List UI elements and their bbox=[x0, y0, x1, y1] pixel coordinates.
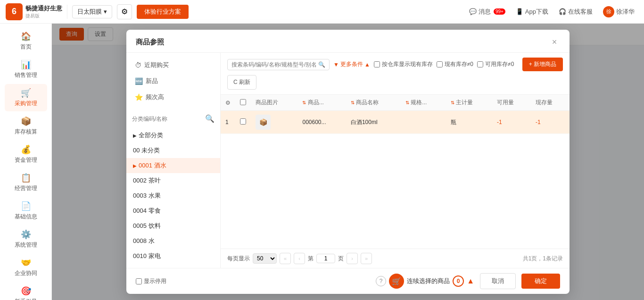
product-table-wrap: ⚙ 商品图片 ⇅ 商品... bbox=[221, 95, 570, 249]
category-all[interactable]: ▶ 全部分类 bbox=[126, 128, 220, 143]
nav-store-dropdown[interactable]: 日太阳膜 ▾ bbox=[72, 5, 112, 18]
next-page-btn[interactable]: › bbox=[347, 253, 358, 264]
recent-icon: ⏱ bbox=[135, 61, 141, 69]
category-0002[interactable]: 0002 茶叶 bbox=[126, 173, 220, 188]
page-number-input[interactable] bbox=[316, 254, 335, 263]
sidebar-item-finance[interactable]: 💰 资金管理 bbox=[5, 141, 47, 168]
product-search-box: 🔍 bbox=[227, 59, 330, 70]
col-code[interactable]: ⇅ 商品... bbox=[297, 95, 346, 111]
modal-overlay: 商品参照 × ⏱ 近期购买 🆕 bbox=[52, 24, 644, 300]
category-0004[interactable]: 0004 零食 bbox=[126, 203, 220, 218]
col-name[interactable]: ⇅ 商品名称 bbox=[346, 95, 401, 111]
checkbox-current-stock[interactable]: 现有库存≠0 bbox=[437, 60, 473, 68]
help-icon[interactable]: ? bbox=[376, 276, 386, 286]
col-spec[interactable]: ⇅ 规格... bbox=[401, 95, 446, 111]
select-all-checkbox[interactable] bbox=[240, 99, 246, 105]
disabled-checkbox[interactable] bbox=[136, 278, 142, 284]
col-unit[interactable]: ⇅ 主计量 bbox=[446, 95, 493, 111]
col-stock: 现存量 bbox=[531, 95, 570, 111]
category-0001[interactable]: ▶ 0001 酒水 bbox=[126, 158, 220, 173]
col-available: 可用量 bbox=[492, 95, 531, 111]
settings-icon[interactable]: ⚙ bbox=[117, 4, 132, 19]
sidebar-item-system[interactable]: ⚙️ 系统管理 bbox=[5, 225, 47, 253]
search-icon[interactable]: 🔍 bbox=[205, 114, 215, 123]
logo-area: 6 畅捷通好生意 捷易版 bbox=[6, 3, 62, 20]
expand-arrow-icon: ▶ bbox=[133, 133, 137, 138]
row-spec bbox=[401, 111, 446, 134]
confirm-btn[interactable]: 确定 bbox=[521, 274, 560, 289]
trial-btn[interactable]: 体验行业方案 bbox=[137, 5, 189, 19]
row-select-checkbox[interactable] bbox=[240, 118, 246, 125]
add-product-btn[interactable]: + 新增商品 bbox=[522, 58, 563, 71]
modal-left-panel: ⏱ 近期购买 🆕 新品 ⭐ 频次高 bbox=[126, 53, 221, 268]
message-icon: 💬 bbox=[469, 8, 477, 15]
cart-area: ? 🛒 连续选择的商品 0 ▲ bbox=[376, 274, 474, 289]
pagination-bar: 每页显示 50 100 « ‹ 第 页 › » 共 bbox=[221, 249, 570, 268]
show-disabled-checkbox[interactable]: 显示停用 bbox=[136, 277, 166, 285]
main-content: 查询 设置 商品参照 × ⏱ bbox=[52, 24, 644, 300]
prev-page-btn[interactable]: ‹ bbox=[294, 253, 305, 264]
cart-btn[interactable]: 🛒 bbox=[389, 274, 404, 289]
category-0010[interactable]: 0010 家电 bbox=[126, 249, 220, 264]
tab-new-products[interactable]: 🆕 新品 bbox=[130, 74, 216, 89]
modal-body: ⏱ 近期购买 🆕 新品 ⭐ 频次高 bbox=[126, 53, 570, 268]
tab-recent-purchase[interactable]: ⏱ 近期购买 bbox=[130, 58, 216, 73]
col-checkbox[interactable] bbox=[235, 95, 251, 111]
page-unit: 页 bbox=[338, 255, 344, 263]
app-download-btn[interactable]: 📱 App下载 bbox=[512, 6, 552, 18]
avatar: 徐 bbox=[603, 6, 614, 17]
sidebar-item-guide[interactable]: 🎯 新手引导 bbox=[5, 282, 47, 300]
sidebar-item-operations[interactable]: 📋 经营管理 bbox=[5, 169, 47, 196]
table-header-row: ⚙ 商品图片 ⇅ 商品... bbox=[221, 95, 570, 111]
sidebar-item-basic-info[interactable]: 📄 基础信息 bbox=[5, 197, 47, 225]
modal-close-btn[interactable]: × bbox=[549, 36, 560, 48]
purchase-icon: 🛒 bbox=[21, 88, 31, 98]
category-0003[interactable]: 0003 水果 bbox=[126, 188, 220, 203]
category-0008[interactable]: 0008 水 bbox=[126, 233, 220, 249]
product-table: ⚙ 商品图片 ⇅ 商品... bbox=[221, 95, 570, 134]
new-icon: 🆕 bbox=[135, 77, 143, 85]
first-page-btn[interactable]: « bbox=[280, 253, 291, 264]
sidebar-item-purchase[interactable]: 🛒 采购管理 bbox=[5, 84, 47, 111]
col-settings[interactable]: ⚙ bbox=[221, 95, 235, 111]
cancel-btn[interactable]: 取消 bbox=[480, 273, 516, 289]
product-search-input[interactable] bbox=[231, 61, 316, 68]
search-icon[interactable]: 🔍 bbox=[318, 61, 325, 68]
user-btn[interactable]: 徐 徐泽华 bbox=[599, 4, 638, 19]
refresh-btn[interactable]: C 刷新 bbox=[227, 75, 256, 90]
online-service-btn[interactable]: 🎧 在线客服 bbox=[555, 6, 596, 18]
sidebar-item-inventory[interactable]: 📦 库存核算 bbox=[5, 112, 47, 140]
available-stock-checkbox[interactable] bbox=[477, 61, 483, 67]
row-checkbox[interactable] bbox=[235, 111, 251, 134]
category-00[interactable]: 00 未分类 bbox=[126, 143, 220, 158]
row-available: -1 bbox=[492, 111, 531, 134]
more-filter-btn[interactable]: ▼ 更多条件 ▲ bbox=[333, 60, 370, 68]
category-0005[interactable]: 0005 饮料 bbox=[126, 218, 220, 233]
star-icon: ⭐ bbox=[135, 93, 143, 101]
sidebar-item-enterprise[interactable]: 🤝 企业协同 bbox=[5, 254, 47, 281]
enterprise-icon: 🤝 bbox=[21, 258, 31, 268]
row-name: 白酒100ml bbox=[346, 111, 401, 134]
home-icon: 🏠 bbox=[21, 31, 31, 42]
category-search-input[interactable] bbox=[132, 116, 203, 122]
product-reference-modal: 商品参照 × ⏱ 近期购买 🆕 bbox=[126, 30, 570, 294]
sidebar-item-sales[interactable]: 📊 销售管理 bbox=[5, 56, 47, 83]
collapse-icon[interactable]: ▲ bbox=[467, 277, 474, 285]
table-row[interactable]: 1 📦 000600... 白酒100ml 瓶 bbox=[221, 111, 570, 134]
basic-info-icon: 📄 bbox=[21, 201, 31, 211]
row-img: 📦 bbox=[251, 111, 297, 134]
cart-count: 0 bbox=[453, 275, 464, 287]
checkbox-available-stock[interactable]: 可用库存≠0 bbox=[477, 60, 514, 68]
page-label: 第 bbox=[308, 255, 314, 263]
modal-footer: 显示停用 ? 🛒 连续选择的商品 0 ▲ 取消 确定 bbox=[126, 268, 570, 294]
modal-left-tabs: ⏱ 近期购买 🆕 新品 ⭐ 频次高 bbox=[126, 58, 220, 105]
sidebar-item-home[interactable]: 🏠 首页 bbox=[5, 27, 47, 55]
messages-btn[interactable]: 💬 消息 99+ bbox=[465, 6, 509, 18]
warehouse-stock-checkbox[interactable] bbox=[374, 61, 380, 67]
last-page-btn[interactable]: » bbox=[361, 253, 372, 264]
tab-high-frequency[interactable]: ⭐ 频次高 bbox=[130, 90, 216, 105]
per-page-select[interactable]: 50 100 bbox=[253, 253, 277, 264]
checkbox-warehouse-stock[interactable]: 按仓库显示现有库存 bbox=[374, 60, 433, 68]
current-stock-checkbox[interactable] bbox=[437, 61, 443, 67]
row-index: 1 bbox=[221, 111, 235, 134]
